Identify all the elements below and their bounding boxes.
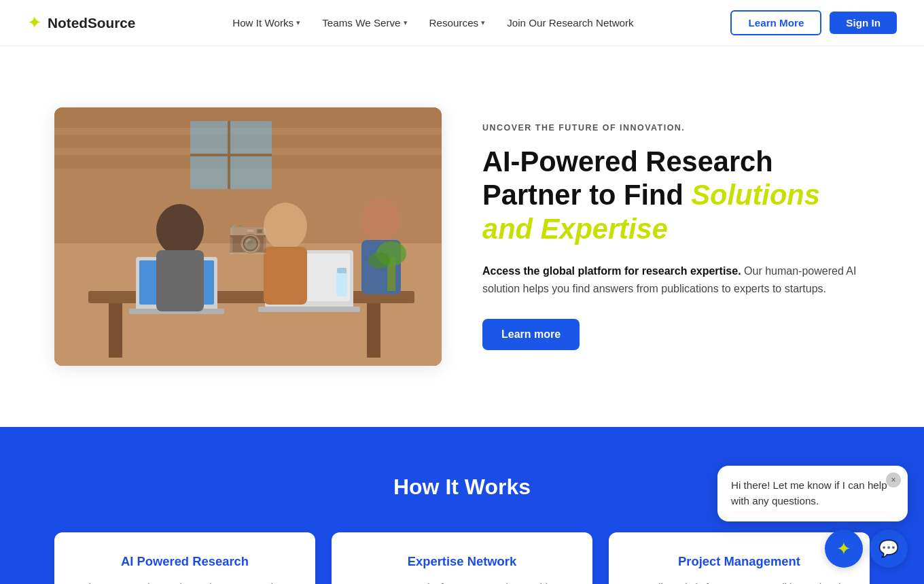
svg-rect-27 [337,268,346,273]
svg-rect-10 [367,303,380,358]
logo-star-icon: ✦ [27,14,42,32]
chevron-down-icon: ▾ [404,18,408,27]
logo[interactable]: ✦ NotedSource [27,14,135,32]
hero-description: Access the global platform for research … [482,262,870,297]
how-card-desc-3: Sandboxed platform to manage all interna… [628,580,851,584]
hero-section: UNCOVER THE FUTURE OF INNOVATION. AI-Pow… [0,46,924,427]
hero-cta-button[interactable]: Learn more [482,319,580,350]
nav-links: How It Works ▾ Teams We Serve ▾ Resource… [224,12,642,34]
hero-photo [54,107,442,366]
hero-desc-bold: Access the global platform for research … [482,265,741,277]
how-card-ai-research: AI Powered Research Ask any research que… [54,532,315,584]
svg-rect-9 [109,303,122,358]
chat-widget: × Hi there! Let me know if I can help wi… [717,466,908,568]
nav-actions: Learn More Sign In [730,10,897,35]
nav-how-it-works[interactable]: How It Works ▾ [224,12,308,34]
chevron-down-icon: ▾ [481,18,485,27]
chat-bubble: × Hi there! Let me know if I can help wi… [717,466,908,521]
hero-title: AI-Powered Research Partner to Find Solu… [482,145,870,247]
hero-content: UNCOVER THE FUTURE OF INNOVATION. AI-Pow… [482,123,870,351]
chat-avatar-star-icon: ✦ [836,538,851,559]
learn-more-button[interactable]: Learn More [730,10,821,35]
chat-open-button[interactable]: 💬 [870,530,908,568]
chat-message: Hi there! Let me know if I can help with… [731,479,887,506]
how-card-title-1: AI Powered Research [73,554,296,569]
logo-text: NotedSource [48,15,135,31]
hero-illustration [54,107,442,366]
chat-close-button[interactable]: × [886,473,901,487]
svg-point-19 [264,203,307,250]
navigation: ✦ NotedSource How It Works ▾ Teams We Se… [0,0,924,46]
how-card-desc-1: Ask any research question and use AI to … [73,580,296,584]
chat-avatar[interactable]: ✦ [825,530,863,568]
hero-eyebrow: UNCOVER THE FUTURE OF INNOVATION. [482,123,870,133]
how-card-expertise: Expertise Network Browse network of 50,0… [332,532,592,584]
svg-rect-20 [264,247,307,305]
svg-point-17 [156,204,204,256]
chat-icon: 💬 [878,539,899,558]
svg-point-21 [361,198,399,241]
svg-point-25 [368,252,390,269]
nav-resources[interactable]: Resources ▾ [421,12,494,34]
svg-rect-16 [258,307,360,312]
chevron-down-icon: ▾ [296,18,300,27]
svg-rect-7 [190,154,272,156]
nav-join-research-network[interactable]: Join Our Research Network [499,12,642,34]
nav-teams-we-serve[interactable]: Teams We Serve ▾ [314,12,415,34]
sign-in-button[interactable]: Sign In [830,12,897,34]
svg-rect-26 [336,271,347,296]
hero-image [54,107,442,366]
how-card-desc-2: Browse network of 50,000 expertise provi… [351,580,573,584]
svg-rect-18 [156,250,204,311]
how-card-title-2: Expertise Network [351,554,573,569]
